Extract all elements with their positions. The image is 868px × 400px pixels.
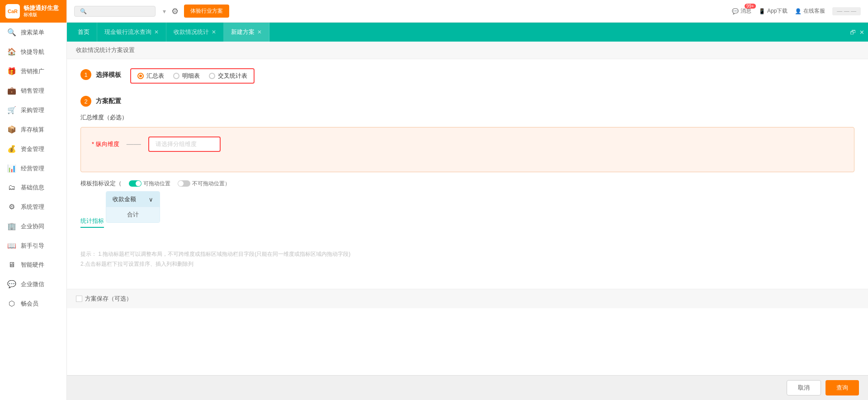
tab-receipt-stats[interactable]: 收款情况统计 ✕ [166, 23, 224, 42]
footer-actions: 取消 查询 [67, 375, 868, 400]
radio-summary[interactable]: 汇总表 [137, 72, 164, 80]
query-button[interactable]: 查询 [826, 380, 859, 395]
tab-new-plan[interactable]: 新建方案 ✕ [224, 23, 269, 42]
settings-icon[interactable]: ⚙ [171, 6, 179, 16]
content-inner: 收款情况统计方案设置 1 选择模板 汇总表 [67, 42, 868, 375]
step2-label: 方案配置 [96, 94, 121, 107]
sidebar-item-label: 智能硬件 [21, 261, 44, 269]
sidebar-item-label: 经营管理 [21, 165, 44, 173]
search-input-icon: 🔍 [80, 8, 87, 14]
template-radio-group: 汇总表 明细表 交叉统计表 [130, 68, 255, 84]
radio-detail[interactable]: 明细表 [173, 72, 200, 80]
monitor-icon: 🖥 [7, 261, 16, 269]
tab-receipt-stats-close[interactable]: ✕ [212, 29, 216, 35]
tab-bank-flow-close[interactable]: ✕ [154, 29, 159, 35]
sidebar-item-finance[interactable]: 💰 资金管理 [0, 139, 66, 159]
save-checkbox[interactable] [76, 296, 82, 302]
topbar: 🔍 ▾ ⚙ 体验行业方案 💬 消息 99+ 📱 App下载 👤 在线客服 — —… [67, 0, 868, 23]
tabbar: 首页 现金银行流水查询 ✕ 收款情况统计 ✕ 新建方案 ✕ 🗗 ✕ [67, 23, 868, 42]
step2-num: 2 [80, 96, 91, 107]
restore-icon[interactable]: 🗗 [850, 29, 856, 36]
sidebar-item-purchase[interactable]: 🛒 采购管理 [0, 100, 66, 120]
save-option-text: 方案保存（可选） [85, 295, 132, 303]
notification-badge[interactable]: 💬 消息 99+ [732, 7, 751, 15]
download-icon: 📱 [759, 8, 765, 14]
sidebar-item-label: 采购管理 [21, 106, 44, 114]
logo-name: 畅捷通好生意 [24, 5, 59, 12]
step2-row: 2 方案配置 汇总维度（必选） * 纵向维度 —— 请选择分组维度 [80, 94, 854, 269]
search-icon: 🔍 [7, 28, 16, 37]
cart-icon: 🛒 [7, 106, 16, 114]
sidebar-item-search-menu[interactable]: 🔍 搜索菜单 [0, 23, 66, 42]
metrics-config: 模板指标设定（ 可拖动位置 不可拖动位置） [80, 179, 854, 231]
dimension-select-placeholder: 请选择分组维度 [156, 140, 197, 148]
metrics-column-name: 收款金额 [113, 195, 136, 203]
member-icon: ⬡ [7, 299, 16, 308]
notification-icon: 💬 [732, 8, 739, 14]
sidebar-item-label: 企业协同 [21, 222, 44, 231]
sidebar-logo: CaR 畅捷通好生意 标准版 [0, 0, 66, 23]
metrics-table-header[interactable]: 收款金额 ∨ [106, 192, 160, 207]
tabbar-actions: 🗗 ✕ [850, 29, 864, 36]
step1-label: 选择模板 [96, 68, 121, 81]
sub-section-dimension: 汇总维度（必选） * 纵向维度 —— 请选择分组维度 [80, 113, 854, 269]
metrics-header: 模板指标设定（ 可拖动位置 不可拖动位置） [80, 179, 854, 188]
sidebar-item-label: 库存核算 [21, 126, 44, 134]
sidebar-item-label: 系统管理 [21, 203, 44, 211]
arrow: —— [127, 140, 141, 148]
service-btn[interactable]: 👤 在线客服 [795, 7, 825, 15]
tab-new-plan-close[interactable]: ✕ [257, 29, 262, 35]
sidebar-item-basic[interactable]: 🗂 基础信息 [0, 178, 66, 197]
sidebar-item-label: 基础信息 [21, 184, 44, 192]
save-option-label[interactable]: 方案保存（可选） [76, 295, 132, 303]
building-icon: 🏢 [7, 222, 16, 231]
download-btn[interactable]: 📱 App下载 [759, 7, 788, 15]
tab-bank-flow-label: 现金银行流水查询 [104, 28, 151, 36]
sidebar-item-business[interactable]: 📊 经营管理 [0, 159, 66, 178]
cancel-button[interactable]: 取消 [787, 380, 821, 395]
trial-btn[interactable]: 体验行业方案 [184, 5, 229, 18]
content-area: 收款情况统计方案设置 1 选择模板 汇总表 [67, 42, 868, 375]
radio-detail-label: 明细表 [182, 72, 200, 80]
gear-icon: ⚙ [7, 202, 16, 211]
form-section: 1 选择模板 汇总表 明细表 [67, 59, 868, 289]
radio-detail-circle [173, 73, 179, 79]
sidebar-item-enterprise[interactable]: 🏢 企业协同 [0, 216, 66, 236]
metrics-dropdown-icon[interactable]: ∨ [149, 196, 153, 203]
sidebar-item-guide[interactable]: 📖 新手引导 [0, 236, 66, 255]
sidebar-item-stock[interactable]: 📦 库存核算 [0, 120, 66, 139]
sidebar-item-hardware[interactable]: 🖥 智能硬件 [0, 255, 66, 274]
topbar-dropdown-icon[interactable]: ▾ [163, 8, 166, 15]
sidebar-item-sales[interactable]: 💼 销售管理 [0, 81, 66, 100]
topbar-search-box[interactable]: 🔍 [74, 6, 156, 17]
dimension-row: * 纵向维度 —— 请选择分组维度 [92, 136, 843, 152]
service-icon: 👤 [795, 8, 802, 14]
drag-toggle[interactable] [129, 180, 142, 187]
close-icon[interactable]: ✕ [859, 29, 864, 36]
hint-text: 提示： 1.拖动标题栏可以调整布局，不可跨维度或指标区域拖动栏目字段(只能在同一… [80, 249, 854, 269]
download-label: App下载 [767, 7, 788, 15]
dimension-select[interactable]: 请选择分组维度 [148, 136, 221, 152]
sidebar-item-label: 资金管理 [21, 145, 44, 153]
tab-bank-flow[interactable]: 现金银行流水查询 ✕ [97, 23, 166, 42]
folder-icon: 🗂 [7, 184, 16, 192]
draggable-label: 可拖动位置 [143, 180, 170, 188]
tab-home[interactable]: 首页 [71, 23, 97, 42]
sidebar-item-quick-nav[interactable]: 🏠 快捷导航 [0, 42, 66, 61]
sidebar-item-system[interactable]: ⚙ 系统管理 [0, 197, 66, 216]
radio-summary-label: 汇总表 [146, 72, 164, 80]
sidebar-item-label: 营销推广 [21, 67, 44, 75]
metrics-section-label: 统计指标 [80, 217, 104, 228]
book-icon: 📖 [7, 241, 16, 250]
gift-icon: 🎁 [7, 67, 16, 75]
no-drag-toggle[interactable] [178, 180, 190, 187]
dimension-title: 汇总维度（必选） [80, 113, 854, 122]
sidebar-item-member[interactable]: ⬡ 畅会员 [0, 294, 66, 313]
radio-cross[interactable]: 交叉统计表 [209, 72, 247, 80]
radio-summary-circle [137, 73, 144, 79]
topbar-right: 💬 消息 99+ 📱 App下载 👤 在线客服 — — — [732, 7, 861, 15]
chart-icon: 📊 [7, 164, 16, 173]
sidebar-item-marketing[interactable]: 🎁 营销推广 [0, 61, 66, 81]
dimension-area: * 纵向维度 —— 请选择分组维度 [80, 127, 854, 172]
sidebar-item-wechat[interactable]: 💬 企业微信 [0, 274, 66, 294]
